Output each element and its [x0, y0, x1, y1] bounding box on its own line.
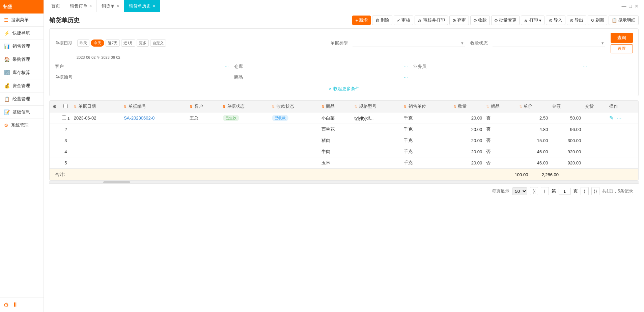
date-last1m-btn[interactable]: 近1月: [121, 40, 135, 47]
collect-button[interactable]: ⊙ 收款: [470, 16, 490, 25]
td-qty: 20.00: [451, 112, 484, 124]
td-checkbox[interactable]: 4: [60, 146, 72, 157]
edit-action-icon[interactable]: ✎: [609, 115, 614, 121]
td-checkbox[interactable]: 5: [60, 157, 72, 168]
sidebar-item-sales-mgmt[interactable]: 📊 销售管理: [0, 40, 44, 53]
next-page-button[interactable]: ⟩: [581, 187, 589, 195]
per-page-select[interactable]: 50: [512, 187, 527, 195]
td-payment-status: 已收款: [270, 112, 319, 124]
sidebar-item-label: 基础信息: [12, 109, 30, 115]
salesperson-dots-icon[interactable]: ···: [583, 64, 587, 69]
sidebar-pause-icon[interactable]: ⏸: [12, 301, 18, 309]
td-doc-no[interactable]: [122, 157, 188, 168]
salesperson-input[interactable]: [436, 63, 580, 70]
window-close-button[interactable]: ✕: [635, 3, 639, 9]
td-checkbox[interactable]: 2: [60, 124, 72, 135]
td-gift: 否: [484, 135, 517, 146]
refresh-button[interactable]: ↻ 刷新: [588, 16, 607, 25]
more-action-icon[interactable]: ⋯: [616, 115, 622, 121]
horizontal-scrollbar[interactable]: [49, 181, 639, 183]
date-today-btn[interactable]: 今天: [91, 40, 104, 47]
td-customer: 王总: [188, 112, 221, 124]
tab-sales-order[interactable]: 销售订单 ×: [65, 0, 97, 12]
close-sales-history-tab[interactable]: ×: [153, 4, 155, 8]
sidebar-settings-icon[interactable]: ⚙: [3, 301, 9, 309]
th-price[interactable]: ⇅ 单价: [517, 101, 550, 112]
th-goods[interactable]: ⇅ 商品: [319, 101, 353, 112]
window-min-button[interactable]: —: [622, 3, 626, 9]
sidebar-item-sys-mgmt[interactable]: ⚙ 系统管理: [0, 119, 44, 132]
th-doc-status[interactable]: ⇅ 单据状态: [221, 101, 270, 112]
query-button[interactable]: 查询: [611, 33, 633, 43]
doc-no-link[interactable]: SA-20230602-0: [124, 115, 155, 121]
export-button[interactable]: ⊙ 导出: [567, 16, 586, 25]
warehouse-input[interactable]: [256, 63, 401, 70]
date-yesterday-btn[interactable]: 昨天: [77, 40, 89, 47]
th-qty[interactable]: ⇅ 数量: [451, 101, 484, 112]
sidebar-item-inventory[interactable]: 🔢 库存核算: [0, 66, 44, 79]
tab-sales-history[interactable]: 销货单历史 ×: [124, 0, 160, 12]
th-customer[interactable]: ⇅ 客户: [188, 101, 221, 112]
date-custom-btn[interactable]: 自定义: [150, 40, 166, 47]
import-button[interactable]: ⊙ 导入: [546, 16, 565, 25]
th-gift[interactable]: ⇅ 赠品: [484, 101, 517, 112]
th-doc-no[interactable]: ⇅ 单据编号: [122, 101, 188, 112]
td-gift: 否: [484, 157, 517, 168]
payment-status-select[interactable]: ▾: [493, 40, 605, 47]
sidebar-item-quick-nav[interactable]: ⚡ 快捷导航: [0, 27, 44, 40]
new-button[interactable]: + 新增: [352, 16, 371, 25]
sidebar-item-basic-info[interactable]: 📝 基础信息: [0, 106, 44, 119]
audit-button[interactable]: ✓ 审核: [394, 16, 413, 25]
first-page-button[interactable]: ⟨⟨: [530, 187, 538, 195]
tab-sales-delivery[interactable]: 销货单 ×: [97, 0, 124, 12]
customer-input[interactable]: [77, 63, 222, 70]
settings-button[interactable]: 设置: [611, 44, 633, 53]
delete-button[interactable]: 🗑 删除: [372, 16, 392, 25]
th-doc-date[interactable]: ⇅ 单据日期: [72, 101, 122, 112]
sort-icon: ⇅: [74, 105, 77, 108]
prev-page-button[interactable]: ⟨: [541, 187, 549, 195]
date-more-btn[interactable]: 更多: [137, 40, 149, 47]
th-unit[interactable]: ⇅ 销售单位: [402, 101, 451, 112]
td-doc-no[interactable]: [122, 124, 188, 135]
close-sales-delivery-tab[interactable]: ×: [117, 4, 119, 8]
row-number: 4: [64, 149, 67, 154]
goods-input[interactable]: [256, 74, 401, 81]
docno-input[interactable]: [77, 74, 229, 81]
td-checkbox[interactable]: 1: [60, 112, 72, 124]
show-detail-button[interactable]: 📋 显示明细: [609, 16, 639, 25]
abandon-button[interactable]: ⊗ 弃审: [449, 16, 469, 25]
tab-home[interactable]: 首页: [47, 0, 65, 12]
close-sales-order-tab[interactable]: ×: [89, 4, 92, 8]
page-number-input[interactable]: [559, 188, 571, 195]
select-all-checkbox[interactable]: [63, 104, 68, 108]
new-icon: +: [355, 18, 358, 23]
row-checkbox[interactable]: [62, 115, 66, 120]
sidebar-item-purchase-mgmt[interactable]: 🏠 采购管理: [0, 53, 44, 66]
last-page-button[interactable]: ⟩⟩: [591, 187, 599, 195]
scrollbar-thumb[interactable]: [103, 181, 130, 183]
td-price: 46.00: [517, 146, 550, 157]
sidebar-item-finance-mgmt[interactable]: 💰 资金管理: [0, 79, 44, 93]
td-doc-no[interactable]: [122, 146, 188, 157]
td-doc-no[interactable]: SA-20230602-0: [122, 112, 188, 124]
td-action: ✎ ⋯: [607, 112, 638, 124]
window-max-button[interactable]: □: [629, 3, 632, 9]
th-settings[interactable]: ⚙: [50, 101, 60, 112]
th-checkbox[interactable]: [60, 101, 72, 112]
date-last7-btn[interactable]: 近7天: [106, 40, 120, 47]
sidebar-item-search-menu[interactable]: ☰ 搜索菜单: [0, 14, 44, 27]
type-select[interactable]: ▾: [353, 40, 465, 47]
warehouse-dots-icon[interactable]: ···: [404, 64, 408, 69]
goods-dots-icon[interactable]: ···: [404, 75, 408, 80]
batch-change-button[interactable]: ⊙ 批量变更: [491, 16, 520, 25]
filter-collapse-btn[interactable]: ∧ 收起更多条件: [55, 84, 633, 92]
print-button[interactable]: 🖨 打印 ▾: [521, 16, 544, 25]
sidebar-item-ops-mgmt[interactable]: 📋 经营管理: [0, 93, 44, 106]
th-spec[interactable]: ⇅ 规格型号: [352, 101, 402, 112]
td-checkbox[interactable]: 3: [60, 135, 72, 146]
customer-dots-icon[interactable]: ···: [225, 64, 229, 69]
audit-print-button[interactable]: 🖨 审核并打印: [415, 16, 448, 25]
th-payment-status[interactable]: ⇅ 收款状态: [270, 101, 319, 112]
td-doc-no[interactable]: [122, 135, 188, 146]
